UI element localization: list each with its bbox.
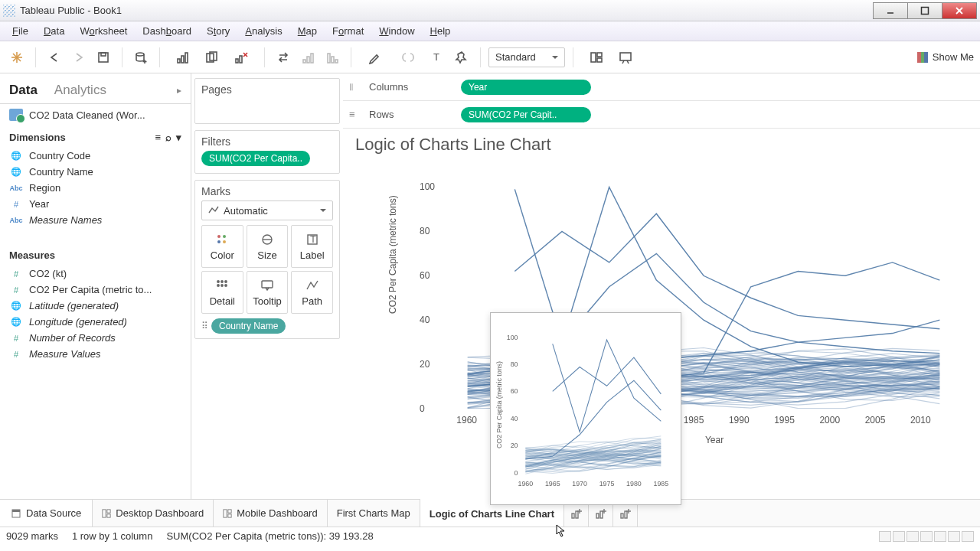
dimension-field[interactable]: 🌐Country Code: [0, 148, 191, 164]
dimension-field[interactable]: AbcRegion: [0, 180, 191, 196]
datasource-item[interactable]: CO2 Data Cleaned (Wor...: [0, 104, 191, 126]
svg-rect-27: [335, 60, 338, 63]
mark-tooltip-button[interactable]: Tooltip: [247, 271, 289, 314]
columns-shelf[interactable]: ⦀ Columns Year: [343, 73, 980, 101]
save-button[interactable]: [93, 47, 114, 68]
sheet-tab[interactable]: Desktop Dashboard: [93, 500, 214, 527]
svg-point-35: [217, 235, 220, 238]
highlight-button[interactable]: [359, 47, 390, 68]
columns-pill[interactable]: Year: [461, 80, 591, 95]
close-button[interactable]: [942, 2, 977, 19]
tab-analytics[interactable]: Analytics: [54, 80, 106, 101]
measure-field[interactable]: #Measure Values: [0, 346, 191, 362]
svg-rect-75: [596, 514, 599, 518]
measure-field[interactable]: 🌐Latitude (generated): [0, 298, 191, 314]
x-tick: 1990: [729, 415, 750, 425]
svg-rect-13: [178, 59, 180, 63]
svg-rect-31: [597, 58, 602, 62]
menu-window[interactable]: Window: [371, 23, 422, 39]
svg-point-36: [223, 235, 226, 238]
menu-story[interactable]: Story: [199, 23, 237, 39]
y-axis-label: CO2 Per Capita (metric tons): [387, 195, 398, 314]
rows-icon: ≡: [349, 109, 361, 120]
search-icon[interactable]: ⌕: [165, 132, 172, 143]
svg-rect-65: [103, 509, 106, 517]
data-source-tab[interactable]: Data Source: [0, 500, 93, 527]
filter-pill[interactable]: SUM(CO2 Per Capita..: [201, 151, 310, 166]
dimension-field[interactable]: #Year: [0, 196, 191, 212]
dimension-field[interactable]: 🌐Country Name: [0, 164, 191, 180]
menu-data[interactable]: Data: [36, 23, 72, 39]
pane-menu-icon[interactable]: ▸: [177, 85, 181, 96]
menu-format[interactable]: Format: [325, 23, 371, 39]
sheet-tab[interactable]: First Charts Map: [328, 500, 420, 527]
presentation-button[interactable]: [615, 47, 636, 68]
svg-rect-26: [332, 57, 334, 63]
dimensions-header: Dimensions: [9, 132, 66, 143]
detail-pill[interactable]: Country Name: [211, 318, 286, 334]
sheet-nav[interactable]: [879, 531, 974, 542]
measure-field[interactable]: #CO2 (kt): [0, 266, 191, 282]
clear-sheet-button[interactable]: [226, 47, 256, 68]
menu-analysis[interactable]: Analysis: [237, 23, 289, 39]
view-list-icon[interactable]: ≡: [155, 132, 161, 143]
new-sheet-button[interactable]: [168, 47, 198, 68]
filters-shelf[interactable]: FiltersSUM(CO2 Per Capita..: [194, 130, 340, 174]
svg-rect-49: [262, 281, 273, 288]
minimize-button[interactable]: [873, 2, 908, 19]
sheet-tab[interactable]: Mobile Dashboard: [214, 500, 328, 527]
measure-field[interactable]: 🌐Longitude (generated): [0, 314, 191, 330]
menu-dashboard[interactable]: Dashboard: [135, 23, 199, 39]
menu-worksheet[interactable]: Worksheet: [72, 23, 135, 39]
svg-text:40: 40: [511, 415, 518, 422]
dimension-field[interactable]: AbcMeasure Names: [0, 212, 191, 228]
menu-caret-icon[interactable]: ▾: [176, 132, 181, 143]
y-tick: 80: [420, 226, 430, 236]
chart-title[interactable]: Logic of Charts Line Chart: [355, 135, 966, 155]
measure-field[interactable]: #CO2 Per Capita (metric to...: [0, 282, 191, 298]
show-me-button[interactable]: Show Me: [917, 51, 974, 63]
sort-desc-button[interactable]: [322, 47, 343, 68]
svg-text:1965: 1965: [545, 480, 560, 487]
svg-text:T: T: [433, 51, 439, 63]
maximize-button[interactable]: [907, 2, 942, 19]
y-tick: 0: [420, 403, 425, 414]
new-datasource-button[interactable]: [130, 47, 152, 68]
mark-detail-button[interactable]: Detail: [201, 271, 243, 314]
field-label: Longitude (generated): [29, 316, 127, 328]
cards-toggle[interactable]: [581, 47, 612, 68]
tableau-logo-icon[interactable]: [6, 47, 28, 68]
fit-select[interactable]: Standard: [488, 47, 565, 67]
measure-field[interactable]: #Number of Records: [0, 330, 191, 346]
pages-shelf[interactable]: Pages: [194, 78, 340, 124]
duplicate-sheet-button[interactable]: [201, 47, 223, 68]
sort-asc-button[interactable]: [297, 47, 318, 68]
menu-help[interactable]: Help: [423, 23, 459, 39]
undo-button[interactable]: [44, 47, 65, 68]
rows-pill[interactable]: SUM(CO2 Per Capit..: [461, 107, 591, 122]
pin-button[interactable]: [451, 47, 472, 68]
redo-button[interactable]: [68, 47, 90, 68]
mark-size-button[interactable]: Size: [247, 225, 289, 268]
labels-button[interactable]: T: [426, 47, 448, 68]
menu-file[interactable]: File: [5, 23, 36, 39]
status-marks: 9029 marks: [6, 530, 58, 542]
tab-data[interactable]: Data: [9, 80, 38, 101]
svg-text:20: 20: [511, 442, 518, 449]
datasource-icon: [9, 109, 23, 121]
data-pane: Data Analytics ▸ CO2 Data Cleaned (Wor..…: [0, 73, 191, 499]
mark-color-button[interactable]: Color: [201, 225, 243, 268]
mark-label-button[interactable]: TLabel: [291, 225, 333, 268]
svg-rect-22: [303, 60, 305, 63]
swap-button[interactable]: [273, 47, 294, 68]
mark-path-button[interactable]: Path: [291, 271, 333, 314]
mark-type-select[interactable]: Automatic: [201, 201, 333, 220]
rows-shelf[interactable]: ≡ Rows SUM(CO2 Per Capit..: [343, 101, 980, 129]
svg-text:1975: 1975: [599, 480, 615, 487]
group-button[interactable]: [393, 47, 423, 68]
field-type-icon: #: [9, 285, 23, 295]
svg-rect-19: [240, 56, 242, 63]
menu-map[interactable]: Map: [290, 23, 325, 39]
app-icon: [3, 5, 15, 17]
svg-point-38: [223, 240, 226, 243]
